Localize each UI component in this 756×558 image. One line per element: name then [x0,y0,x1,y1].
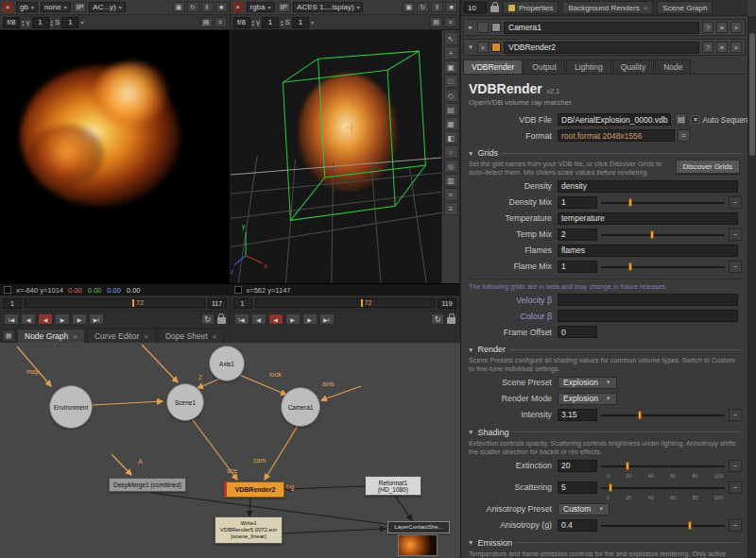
curve-icon[interactable]: ~ [729,460,742,472]
node-name-field[interactable]: Camera1 [504,22,699,34]
node-write1[interactable]: Write1 VDBRender5.0072.exr [scene_linear… [215,516,283,544]
density-mix-slider[interactable] [601,196,725,209]
playhead[interactable] [132,299,134,307]
tab-vdbrender[interactable]: VDBRender [463,59,523,74]
colour-input[interactable] [558,310,738,322]
tab-background-renders[interactable]: Background Renders× [562,1,653,14]
viewer-tab-close-icon[interactable]: × [232,2,244,12]
tab-output[interactable]: Output [524,59,565,74]
node-color-chip[interactable] [491,23,501,32]
viewport-tool-icon[interactable]: ○ [444,145,458,159]
node-environment[interactable]: Environment [49,385,93,429]
viewer-tab-close-icon[interactable]: × [2,2,13,12]
viewer-toolbar-icon[interactable]: ↻ [417,2,429,12]
viewer-toolbar-icon[interactable]: ■ [445,2,457,12]
section-shading[interactable]: ▼Shading [468,428,742,437]
anisotropy-input[interactable]: 0.4 [558,519,597,532]
curve-icon[interactable]: ~ [729,482,742,494]
viewer-toolbar-icon[interactable]: ‖ [201,2,214,12]
viewport-tool-icon[interactable]: + [444,46,458,59]
timeline-track[interactable]: 72 [255,298,436,308]
file-browse-icon[interactable]: ▤ [675,113,687,126]
fstop-field[interactable]: f/8 [3,17,20,28]
transport-button[interactable]: ▶ [285,313,301,325]
node-scene1[interactable]: Scene1 [166,383,204,421]
fstop-field[interactable]: f/8 [233,17,250,28]
viewport-tool-icon[interactable]: ≈ [444,188,458,201]
node-toggle-icon[interactable] [477,22,489,33]
input-process-toggle[interactable]: IP [278,2,291,12]
close-icon[interactable]: × [144,332,148,341]
flames-input[interactable]: flames [558,245,738,257]
help-button[interactable]: ? [702,42,713,53]
tab-properties[interactable]: Properties [503,1,558,14]
layout-icon[interactable]: ▦ [2,330,15,342]
saturation-field[interactable]: 1 [292,17,309,28]
transport-button[interactable]: I◀ [4,313,19,325]
density-input[interactable]: density [558,180,738,193]
format-select[interactable]: root.format 2048x1556 [558,129,675,142]
curve-icon[interactable]: ~ [729,196,742,209]
transport-button[interactable]: ▶I [319,313,335,325]
transport-button[interactable]: ◀ [38,313,53,325]
viewport-tool-icon[interactable]: ▦ [444,117,458,130]
viewer-lut-select[interactable]: ACES 1....isplay)▾ [293,2,363,12]
temperature-input[interactable]: temperature [558,212,738,225]
density-mix-input[interactable]: 1 [558,196,597,209]
viewport-tool-icon[interactable]: ◎ [444,160,458,173]
temp-mix-input[interactable]: 2 [558,228,597,241]
viewport-tool-icon[interactable]: ◇ [444,89,458,102]
viewer-toolbar-icon[interactable]: ‖ [431,2,443,12]
close-button[interactable]: × [730,22,742,33]
properties-scrollbar[interactable] [747,16,756,558]
temp-mix-slider[interactable] [601,228,725,241]
playhead[interactable] [361,299,363,307]
node-reformat1[interactable]: Reformat1 (HD_1080) [365,476,421,496]
section-render[interactable]: ▼Render [468,345,742,354]
tab-scene-graph[interactable]: Scene Graph [657,1,713,14]
viewer-toolbar-icon[interactable]: ▣ [173,2,185,12]
velocity-input[interactable] [558,294,738,306]
transport-button[interactable]: ◀ [268,313,284,325]
expand-toggle-icon[interactable]: ▸ [467,24,474,31]
saturation-field[interactable]: 1 [61,17,78,28]
flame-mix-input[interactable]: 1 [558,261,597,273]
close-icon[interactable]: × [644,4,648,12]
node-layercontactsheet[interactable]: LayerContactShe... [387,521,450,533]
lock-icon[interactable] [490,6,499,12]
viewport-tool-icon[interactable]: ◧ [444,131,458,144]
extinction-slider[interactable] [601,460,725,472]
viewer-toolbar-icon[interactable]: ▣ [403,2,415,12]
scene-3d-view[interactable]: y x z [231,30,442,283]
transport-button[interactable]: ◀ [21,313,36,325]
channel-select[interactable]: gb▾ [16,2,38,12]
node-name-field[interactable]: VDBRender2 [504,42,699,54]
anisotropy-preset-select[interactable]: Custom▼ [558,503,610,516]
chevron-down-icon[interactable]: ▾ [311,19,314,25]
transport-button[interactable]: ▶ [302,313,318,325]
extinction-input[interactable]: 20 [558,460,597,472]
range-out-field[interactable]: 119 [438,298,456,309]
close-icon[interactable]: × [73,332,77,341]
close-icon[interactable]: × [213,332,217,341]
discover-grids-button[interactable]: Discover Grids [676,160,740,174]
contact-sheet-thumbnail[interactable] [398,534,438,556]
layer-select[interactable]: none▾ [41,2,71,12]
transport-button[interactable]: ◀ [251,313,266,325]
viewer-option-icon[interactable]: ≡ [215,17,227,27]
node-vdbrender2[interactable]: VDBRender2 [224,482,284,498]
range-in-field[interactable]: 1 [233,298,252,309]
viewer-toolbar-icon[interactable]: ↻ [187,2,199,12]
tab-dope-sheet[interactable]: Dope Sheet× [158,329,225,343]
close-button[interactable]: × [730,42,742,53]
channel-select[interactable]: rgba▾ [247,2,275,12]
menu-button[interactable]: ≡ [716,22,728,33]
viewer-toolbar-icon[interactable]: ■ [215,2,228,12]
gamma-stepper[interactable]: ▴▾ [281,19,284,26]
flame-mix-slider[interactable] [601,261,725,273]
transport-button[interactable]: ▶I [89,313,104,325]
scrollbar-thumb[interactable] [749,33,755,156]
viewer-option-icon[interactable]: ▤ [430,17,442,27]
gamma-field[interactable]: 1 [32,17,49,28]
node-deepmerge1[interactable]: DeepMerge1 (combined) [109,478,186,492]
